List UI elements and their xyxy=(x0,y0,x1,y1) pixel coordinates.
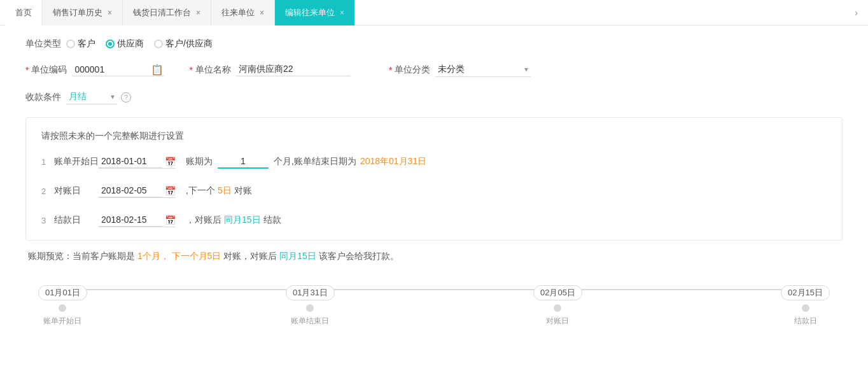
unit-name-item: * 单位名称 xyxy=(189,63,350,76)
tab-edit-counterpart-close[interactable]: × xyxy=(340,8,344,17)
tab-cashier-close[interactable]: × xyxy=(196,8,200,17)
radio-customer-circle xyxy=(66,39,75,48)
radio-both[interactable]: 客户/供应商 xyxy=(154,38,213,50)
timeline-points: 01月01日 账单开始日 01月31日 账单结束日 02月05日 对账日 02月… xyxy=(38,285,830,327)
period-date-2-wrapper: 📅 xyxy=(99,184,176,198)
unit-code-star: * xyxy=(25,65,29,75)
period-label-1: 账单开始日 xyxy=(54,156,99,167)
unit-type-radio-group: 客户 供应商 客户/供应商 xyxy=(66,38,213,50)
period-row-1: 1 账单开始日 📅 账期为 个月,账单结束日期为 2018年01月31日 xyxy=(41,155,827,169)
timeline-container: 01月01日 账单开始日 01月31日 账单结束日 02月05日 对账日 02月… xyxy=(25,275,843,327)
period-date-3-input[interactable] xyxy=(99,213,162,227)
period-title: 请按照未来的一个完整帐期进行设置 xyxy=(41,130,827,142)
period-pay-day: 同月15日 xyxy=(224,215,261,226)
unit-info-row: * 单位编码 📋 * 单位名称 * 单位分类 未分类 ▾ xyxy=(25,62,843,77)
preview-part1: 1个月， xyxy=(137,251,169,261)
payment-terms-select[interactable]: 月结 ▾ xyxy=(66,90,117,104)
timeline-point-1: 01月01日 账单开始日 xyxy=(38,285,87,327)
unit-type-item: 单位类型 客户 供应商 客户/供应商 xyxy=(25,38,213,50)
tab-edit-counterpart-label: 编辑往来单位 xyxy=(285,7,335,18)
tab-sales-history-close[interactable]: × xyxy=(108,8,112,17)
radio-supplier[interactable]: 供应商 xyxy=(106,38,144,50)
preview-part2: 下一个月5日 xyxy=(172,251,221,261)
unit-category-select[interactable]: 未分类 ▾ xyxy=(435,62,531,77)
tab-home[interactable]: 首页 xyxy=(5,0,43,25)
payment-terms-label: 收款条件 xyxy=(25,92,61,103)
period-desc-3b: 结款 xyxy=(263,215,281,226)
preview-part4: 同月15日 xyxy=(279,251,316,261)
radio-customer-label: 客户 xyxy=(78,38,95,50)
tabs-bar: 首页 销售订单历史 × 钱货日清工作台 × 往来单位 × 编辑往来单位 × › xyxy=(0,0,868,25)
period-months-input[interactable] xyxy=(218,155,269,169)
tl-badge-3: 02月05日 xyxy=(533,285,582,300)
tl-label-3: 对账日 xyxy=(546,316,569,327)
payment-terms-value: 月结 xyxy=(69,91,106,102)
period-desc-3a: ，对账后 xyxy=(186,215,221,226)
help-icon[interactable]: ? xyxy=(121,92,131,102)
calendar-icon-2[interactable]: 📅 xyxy=(165,186,176,196)
period-date-1-wrapper: 📅 xyxy=(99,155,176,169)
unit-name-label: 单位名称 xyxy=(195,64,231,76)
unit-code-label: 单位编码 xyxy=(31,64,67,76)
tab-cashier-label: 钱货日清工作台 xyxy=(133,7,191,18)
tl-dot-4 xyxy=(802,304,809,312)
unit-code-item: * 单位编码 📋 xyxy=(25,63,164,76)
tl-dot-3 xyxy=(554,304,561,312)
preview-label: 账期预览：当前客户账期是 xyxy=(28,251,135,261)
radio-supplier-label: 供应商 xyxy=(117,38,144,50)
period-desc-1a: 账期为 xyxy=(186,156,213,167)
tl-dot-2 xyxy=(306,304,314,312)
period-date-1-input[interactable] xyxy=(99,155,162,168)
unit-name-star: * xyxy=(189,65,192,75)
period-desc-1b: 个月,账单结束日期为 xyxy=(274,156,356,167)
page-content: 单位类型 客户 供应商 客户/供应商 * 单位编码 xyxy=(0,25,868,387)
unit-category-label: 单位分类 xyxy=(395,64,430,76)
period-date-2-input[interactable] xyxy=(99,184,162,197)
preview-part5: 该客户会给我打款。 xyxy=(319,251,399,261)
period-label-2: 对账日 xyxy=(54,185,99,197)
period-num-3: 3 xyxy=(41,216,54,225)
tab-edit-counterpart[interactable]: 编辑往来单位 × xyxy=(275,0,354,25)
tab-sales-history[interactable]: 销售订单历史 × xyxy=(43,0,123,25)
payment-terms-row: 收款条件 月结 ▾ ? xyxy=(25,90,843,104)
doc-icon[interactable]: 📋 xyxy=(151,64,164,76)
period-date-3-wrapper: 📅 xyxy=(99,213,176,227)
period-next-day: 5日 xyxy=(218,185,232,197)
tl-badge-1: 01月01日 xyxy=(38,285,87,300)
unit-category-arrow: ▾ xyxy=(524,65,528,74)
preview-part3: 对账，对账后 xyxy=(223,251,277,261)
tab-cashier[interactable]: 钱货日清工作台 × xyxy=(123,0,211,25)
tab-counterparts[interactable]: 往来单位 × xyxy=(211,0,275,25)
tab-home-label: 首页 xyxy=(15,7,32,18)
payment-terms-item: 收款条件 月结 ▾ ? xyxy=(25,90,131,104)
tl-badge-2: 01月31日 xyxy=(286,285,335,300)
tl-label-2: 账单结束日 xyxy=(291,316,329,327)
tab-sales-history-label: 销售订单历史 xyxy=(53,7,102,18)
calendar-icon-1[interactable]: 📅 xyxy=(165,157,176,167)
calendar-icon-3[interactable]: 📅 xyxy=(165,215,176,225)
tl-dot-1 xyxy=(59,304,66,312)
tl-label-4: 结款日 xyxy=(794,316,817,327)
unit-name-input[interactable] xyxy=(236,63,351,76)
period-row-2: 2 对账日 📅 ,下一个 5日 对账 xyxy=(41,184,827,198)
unit-category-star: * xyxy=(389,65,392,75)
period-num-2: 2 xyxy=(41,186,54,196)
unit-code-input-wrapper: 📋 xyxy=(72,63,164,76)
tab-counterparts-close[interactable]: × xyxy=(260,8,264,17)
unit-category-item: * 单位分类 未分类 ▾ xyxy=(389,62,531,77)
period-label-3: 结款日 xyxy=(54,215,99,226)
period-desc-2b: 对账 xyxy=(234,185,252,197)
period-end-date: 2018年01月31日 xyxy=(360,156,426,167)
tl-badge-4: 02月15日 xyxy=(781,285,830,300)
unit-type-row: 单位类型 客户 供应商 客户/供应商 xyxy=(25,38,843,50)
preview-section: 账期预览：当前客户账期是 1个月， 下一个月5日 对账，对账后 同月15日 该客… xyxy=(25,251,843,262)
radio-supplier-circle xyxy=(106,39,115,48)
radio-both-label: 客户/供应商 xyxy=(165,38,213,50)
timeline-point-3: 02月05日 对账日 xyxy=(533,285,582,327)
timeline-line xyxy=(51,289,817,290)
period-num-1: 1 xyxy=(41,157,54,167)
tl-label-1: 账单开始日 xyxy=(43,316,81,327)
radio-customer[interactable]: 客户 xyxy=(66,38,95,50)
unit-code-input[interactable] xyxy=(72,63,148,76)
tabs-arrow[interactable]: › xyxy=(850,8,863,18)
